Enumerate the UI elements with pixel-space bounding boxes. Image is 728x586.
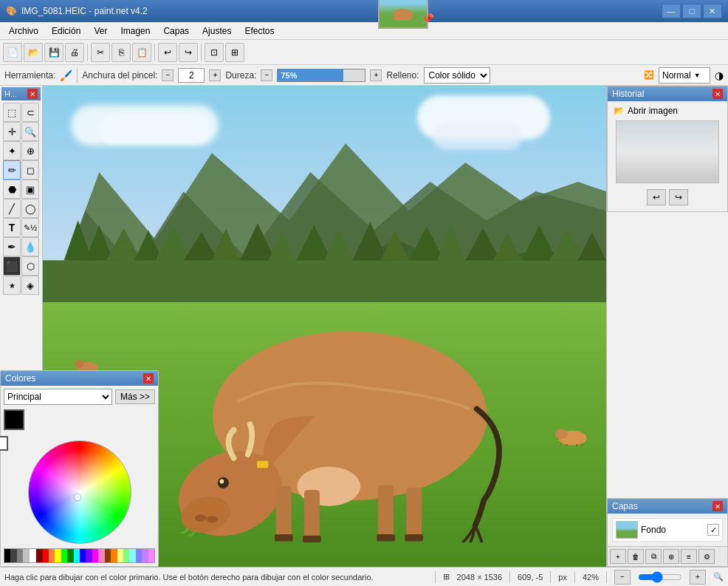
layers-duplicate-button[interactable]: ⧉ — [645, 549, 662, 564]
resize-button[interactable]: ⊞ — [225, 43, 244, 62]
palette-lightyellow[interactable] — [117, 549, 123, 562]
palette-lightgray[interactable] — [23, 549, 29, 562]
tool-stamp[interactable]: ★ — [3, 276, 21, 295]
palette-lightblue[interactable] — [136, 549, 142, 562]
fill-select[interactable]: Color sólido — [424, 67, 490, 84]
palette-pink[interactable] — [98, 549, 104, 562]
layers-panel-header[interactable]: Capas ✕ — [608, 499, 727, 514]
palette-darkorange[interactable] — [111, 549, 117, 562]
brush-width-input[interactable] — [178, 68, 205, 83]
menu-layers[interactable]: Capas — [157, 24, 195, 38]
layers-flatten-button[interactable]: ≡ — [681, 549, 697, 564]
tool-paintbrush[interactable]: ✏ — [3, 160, 21, 180]
copy-button[interactable]: ⎘ — [111, 43, 131, 62]
tool-rect-select[interactable]: ⬚ — [3, 103, 21, 122]
tool-color-picker[interactable]: ⬡ — [21, 256, 39, 276]
redo-button[interactable]: ↪ — [179, 43, 198, 62]
brush-width-increase[interactable]: + — [209, 69, 221, 81]
hardness-bar[interactable]: 75% — [277, 69, 365, 82]
more-colors-button[interactable]: Más >> — [115, 389, 155, 404]
tool-move[interactable]: ✛ — [3, 122, 21, 141]
palette-cyan[interactable] — [74, 549, 80, 562]
colors-header[interactable]: Colores ✕ — [1, 371, 158, 386]
layer-visibility[interactable]: ✓ — [707, 524, 719, 536]
brush-width-decrease[interactable]: − — [162, 69, 174, 81]
palette-darkgray[interactable] — [10, 549, 16, 562]
color-wheel[interactable] — [28, 440, 131, 544]
tool-eyedropper[interactable]: 💧 — [21, 237, 39, 256]
layers-merge-button[interactable]: ⊕ — [663, 549, 679, 564]
layers-add-button[interactable]: + — [610, 549, 626, 564]
tool-text[interactable]: T — [3, 218, 21, 237]
history-panel-header[interactable]: Historial ✕ — [608, 86, 727, 101]
save-button[interactable]: 💾 — [44, 43, 63, 62]
undo-button[interactable]: ↩ — [158, 43, 177, 62]
palette-lavender[interactable] — [142, 549, 148, 562]
menu-image[interactable]: Imagen — [114, 24, 156, 38]
history-item-open[interactable]: 📂 Abrir imagen — [611, 104, 724, 117]
palette-lightgreen[interactable] — [123, 549, 129, 562]
crop-button[interactable]: ⊡ — [205, 43, 224, 62]
toolbox-close[interactable]: ✕ — [27, 89, 38, 99]
colors-close[interactable]: ✕ — [143, 373, 154, 384]
blend-mode-dropdown[interactable]: Normal ▼ — [659, 67, 710, 84]
tool-zoom[interactable]: 🔍 — [21, 122, 39, 141]
menu-edit[interactable]: Edición — [46, 24, 86, 38]
palette-red[interactable] — [43, 549, 49, 562]
open-button[interactable]: 📂 — [24, 43, 43, 62]
palette-orange[interactable] — [49, 549, 55, 562]
hardness-increase[interactable]: + — [370, 69, 382, 81]
palette-darkred[interactable] — [36, 549, 42, 562]
menu-view[interactable]: Ver — [88, 24, 113, 38]
palette-darkgreen[interactable] — [67, 549, 73, 562]
minimize-button[interactable]: — — [662, 4, 681, 18]
tool-extra[interactable]: ◈ — [21, 276, 39, 295]
tool-lasso[interactable]: ⊂ — [21, 103, 39, 122]
palette-brown[interactable] — [105, 549, 111, 562]
history-undo-button[interactable]: ↩ — [647, 189, 666, 205]
palette-lightcyan[interactable] — [129, 549, 135, 562]
menu-adjustments[interactable]: Ajustes — [196, 24, 237, 38]
paste-button[interactable]: 📋 — [132, 43, 151, 62]
zoom-slider[interactable] — [638, 571, 682, 583]
tool-shapes[interactable]: ◯ — [21, 199, 39, 218]
tool-eraser[interactable]: ◻ — [21, 160, 39, 180]
toolbox-header[interactable]: H... ✕ — [1, 87, 41, 100]
tool-pencil[interactable]: ✒ — [3, 237, 21, 256]
tool-clone[interactable]: ⊕ — [21, 141, 39, 160]
layers-close[interactable]: ✕ — [712, 501, 723, 511]
palette-lightpink[interactable] — [148, 549, 154, 562]
menu-file[interactable]: Archivo — [3, 24, 44, 38]
close-button[interactable]: ✕ — [703, 4, 722, 18]
cut-button[interactable]: ✂ — [91, 43, 110, 62]
history-redo-button[interactable]: ↪ — [669, 189, 688, 205]
layers-settings-button[interactable]: ⚙ — [698, 549, 715, 564]
zoom-in-button[interactable]: + — [690, 570, 706, 585]
maximize-button[interactable]: □ — [682, 4, 701, 18]
palette-violet[interactable] — [86, 549, 92, 562]
secondary-color-swatch[interactable] — [0, 436, 8, 451]
new-button[interactable]: 📄 — [3, 43, 22, 62]
palette-lime[interactable] — [61, 549, 67, 562]
zoom-out-button[interactable]: − — [614, 570, 631, 585]
print-button[interactable]: 🖨 — [65, 43, 84, 62]
palette-blue[interactable] — [80, 549, 86, 562]
tool-line[interactable]: ╱ — [3, 199, 21, 218]
palette-yellow[interactable] — [55, 549, 61, 562]
primary-color-swatch[interactable] — [4, 409, 24, 430]
palette-black[interactable] — [4, 549, 10, 562]
tool-magic-wand[interactable]: ✦ — [3, 141, 21, 160]
palette-gray[interactable] — [17, 549, 23, 562]
tool-paint-bucket[interactable]: ⬣ — [3, 180, 21, 199]
tool-gradient[interactable]: ▣ — [21, 180, 39, 199]
tool-selection-fill[interactable]: ⬛ — [3, 256, 21, 276]
menu-effects[interactable]: Efectos — [238, 24, 280, 38]
color-mode-select[interactable]: Principal Secundario — [4, 389, 112, 405]
layers-delete-button[interactable]: 🗑 — [628, 549, 644, 564]
tool-retouch[interactable]: ✎½ — [21, 218, 39, 237]
hardness-decrease[interactable]: − — [261, 69, 272, 81]
history-close[interactable]: ✕ — [712, 89, 723, 99]
palette-white[interactable] — [30, 549, 36, 562]
palette-magenta[interactable] — [92, 549, 98, 562]
layer-item-fondo[interactable]: Fondo ✓ — [612, 518, 723, 542]
